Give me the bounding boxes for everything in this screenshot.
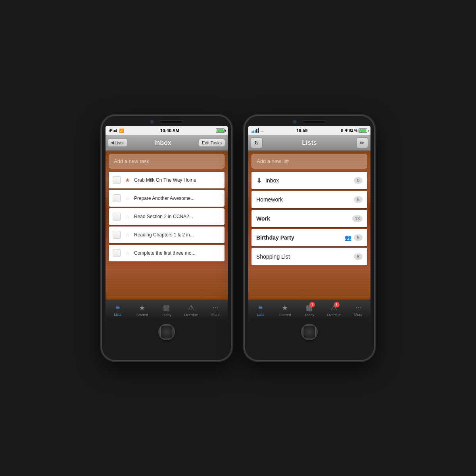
star-icon-5[interactable]: ☆ [124,250,131,257]
carrier-right: ... [261,129,264,132]
edit-button-right[interactable]: ✏ [356,137,368,148]
tab-overdue-label-left: Overdue [184,313,198,317]
status-right-right: ⊕ ✱ 92 % [340,129,367,133]
today-badge-right: 1 [309,302,315,307]
list-item-homework[interactable]: Homework 5 [251,191,367,208]
list-count-inbox: 0 [354,177,363,184]
earpiece-right [302,120,326,123]
phone-top-right [247,120,372,124]
nav-title-left: Inbox [154,139,171,146]
signal-bars-right [251,128,259,133]
battery-fill-right [359,129,366,132]
add-list-input[interactable]: Add a new list [251,154,367,169]
nav-title-right: Lists [302,139,317,146]
refresh-button[interactable]: ↻ [251,137,263,148]
task-list-area: Add a new task ★ Grab Milk On The Way Ho… [106,151,228,299]
screen-left: iPod 📶 10:40 AM ◀ Lists Inbox Edit Tasks… [106,126,228,321]
tab-lists-label-left: Lists [114,313,122,317]
star-icon-3[interactable]: ☆ [124,213,131,220]
list-item-birthday[interactable]: Birthday Party 👥 5 [251,229,367,246]
list-name-birthday: Birthday Party [256,234,345,241]
tab-more-right[interactable]: ··· More [346,303,370,317]
checkbox-5[interactable] [113,249,121,257]
phone-right: ... 16:59 ⊕ ✱ 92 % ↻ Lists ✏ [244,115,375,361]
tab-starred-label-right: Starred [279,313,291,317]
screen-right: ... 16:59 ⊕ ✱ 92 % ↻ Lists ✏ [248,126,370,321]
task-item-2[interactable]: ☆ Prepare Another Awesome... [109,190,225,207]
home-button-right[interactable] [301,324,318,340]
list-name-work: Work [256,215,352,222]
list-item-shopping[interactable]: Shopping List 8 [251,248,367,265]
tab-lists-icon-left: ≡ [116,303,120,312]
tab-overdue-label-right: Overdue [327,313,341,317]
status-left-right: ... [251,128,264,133]
home-button-left[interactable] [158,324,175,340]
signal-bar-5 [258,128,259,133]
edit-tasks-button[interactable]: Edit Tasks [198,139,225,147]
tab-overdue-left[interactable]: ⚠ Overdue [179,303,203,317]
star-icon-2[interactable]: ☆ [124,195,131,202]
battery-left [216,129,225,133]
signal-bar-1 [251,131,253,133]
back-label-left: Lists [115,140,124,145]
checkbox-3[interactable] [113,213,121,221]
phone-top-left [104,120,229,124]
status-bar-left: iPod 📶 10:40 AM [106,126,228,135]
task-item-5[interactable]: ☆ Complete the first three mo... [109,245,225,261]
tab-more-label-right: More [354,313,363,317]
front-camera-left [150,120,154,124]
task-item-4[interactable]: ☆ Reading Chapters 1 & 2 in... [109,226,225,243]
tab-bar-right: ≡ Lists ★ Starred ▦ 1 Today ⚠ 1 Overdue [248,299,370,321]
carrier-label-left: iPod [109,129,117,133]
checkbox-4[interactable] [113,231,121,239]
pencil-icon: ✏ [360,140,365,146]
battery-pct-right: 92 [349,129,353,132]
battery-right [359,129,367,133]
tab-more-icon-right: ··· [355,303,361,312]
status-right-left [216,129,225,133]
list-count-work: 13 [352,215,363,222]
checkbox-2[interactable] [113,194,121,202]
back-button-left[interactable]: ◀ Lists [108,138,127,147]
refresh-icon: ↻ [254,140,259,146]
signal-bar-3 [255,130,256,133]
task-text-4: Reading Chapters 1 & 2 in... [134,232,221,238]
status-time-left: 10:40 AM [160,128,179,133]
tab-starred-left[interactable]: ★ Starred [130,303,155,317]
add-task-input[interactable]: Add a new task [109,154,225,169]
nav-bar-left: ◀ Lists Inbox Edit Tasks [106,135,228,151]
task-item-3[interactable]: ☆ Read Section 2 in CCNA2... [109,208,225,225]
tab-lists-right[interactable]: ≡ Lists [248,303,273,317]
status-left-left: iPod 📶 [109,129,124,133]
phone-left: iPod 📶 10:40 AM ◀ Lists Inbox Edit Tasks… [101,115,232,361]
tab-today-right[interactable]: ▦ 1 Today [297,303,322,317]
tab-today-left[interactable]: ▦ Today [154,303,179,317]
tab-today-icon-left: ▦ [163,303,170,312]
tab-starred-right[interactable]: ★ Starred [273,303,298,317]
wifi-icon-left: 📶 [119,129,124,133]
globe-icon-right: ⊕ [340,129,344,132]
nav-bar-right: ↻ Lists ✏ [248,135,370,151]
inbox-icon: ⬇ [256,176,262,185]
star-icon-4[interactable]: ☆ [124,231,131,238]
list-area: Add a new list ⬇ Inbox 0 Homework 5 Work… [248,151,370,299]
bluetooth-icon-right: ✱ [345,129,348,132]
tab-more-left[interactable]: ··· More [203,303,228,317]
overdue-badge-right: 1 [334,302,340,307]
earpiece-left [159,120,183,123]
shared-icon-birthday: 👥 [345,234,351,241]
tab-lists-left[interactable]: ≡ Lists [106,303,130,317]
home-button-inner-right [303,326,316,338]
task-item-1[interactable]: ★ Grab Milk On The Way Home [109,172,225,188]
tab-today-icon-right: ▦ 1 [306,303,313,312]
back-arrow-icon-left: ◀ [111,140,114,145]
star-icon-1[interactable]: ★ [124,177,131,184]
tab-overdue-right[interactable]: ⚠ 1 Overdue [322,303,346,317]
list-item-work[interactable]: Work 13 [251,210,367,227]
list-item-inbox[interactable]: ⬇ Inbox 0 [251,172,367,189]
task-text-5: Complete the first three mo... [134,250,221,256]
tab-overdue-icon-left: ⚠ [188,303,194,312]
home-button-inner-left [160,326,173,338]
checkbox-1[interactable] [113,176,121,184]
status-bar-right: ... 16:59 ⊕ ✱ 92 % [248,126,370,135]
